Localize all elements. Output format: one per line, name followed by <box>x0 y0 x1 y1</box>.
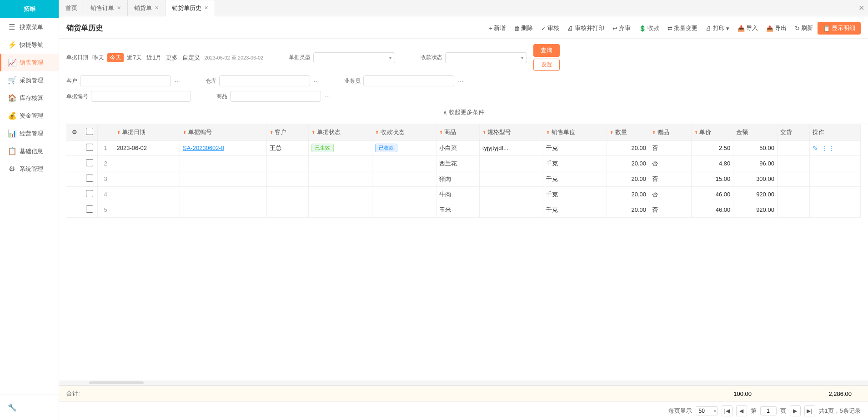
current-page-input[interactable] <box>760 406 777 415</box>
row-checkbox-4[interactable] <box>86 205 93 213</box>
edit-icon-0[interactable]: ✎ <box>813 145 818 152</box>
table-row: 5 玉米 千克 20.00 否 46.00 920.00 <box>66 202 861 218</box>
col-quantity[interactable]: ⬆ 数量 <box>607 124 649 140</box>
col-goods[interactable]: ⬆ 商品 <box>436 124 479 140</box>
col-gift[interactable]: ⬆ 赠品 <box>649 124 692 140</box>
cell-checkbox-2 <box>83 171 97 187</box>
collapse-more-btn[interactable]: ∧ 收起更多条件 <box>66 106 861 118</box>
batch-change-button[interactable]: ⇄ 批量变更 <box>664 22 701 34</box>
sidebar-item-sales-mgmt[interactable]: 📈 销售管理 <box>0 54 59 71</box>
collect-status-select[interactable] <box>445 52 527 63</box>
date-range-display: 2023-06-02 至 2023-06-02 <box>204 55 263 61</box>
show-detail-icon: 📋 <box>823 25 830 32</box>
date-shortcuts: 昨天 今天 近7天 近1月 更多 自定义 <box>91 53 201 62</box>
sidebar-item-basic-info[interactable]: 📋 基础信息 <box>0 142 59 160</box>
cell-sales-unit-4: 千克 <box>543 202 607 218</box>
query-button[interactable]: 查询 <box>533 44 560 57</box>
tab-bar-close[interactable]: ✕ <box>858 4 868 12</box>
tab-home[interactable]: 首页 <box>59 0 84 16</box>
tab-close-sales-order[interactable]: ✕ <box>117 5 121 11</box>
col-unit-price[interactable]: ⬆ 单价 <box>691 124 733 140</box>
goods-more-btn[interactable]: ··· <box>325 93 330 100</box>
cell-goods-0: 小白菜 <box>436 140 479 156</box>
shortcut-1month[interactable]: 近1月 <box>145 53 163 62</box>
cell-transaction-4 <box>777 202 809 218</box>
tab-sales-goods[interactable]: 销货单 ✕ <box>128 0 166 16</box>
doc-no-filter-label: 单据编号 <box>66 93 88 100</box>
sidebar: 拓维 ☰ 搜索菜单 ⚡ 快捷导航 📈 销售管理 🛒 采购管理 🏠 库存核算 💰 … <box>0 0 59 420</box>
audit-button[interactable]: ✓ 审核 <box>537 22 563 34</box>
table-row: 3 猪肉 千克 20.00 否 15.00 300.00 <box>66 171 861 187</box>
tab-sales-history[interactable]: 销货单历史 ✕ <box>166 0 215 17</box>
col-collect-status[interactable]: ⬆ 收款状态 <box>372 124 436 140</box>
col-sales-unit[interactable]: ⬆ 销售单位 <box>543 124 607 140</box>
row-checkbox-0[interactable] <box>86 144 93 151</box>
salesperson-input[interactable] <box>363 75 454 86</box>
shortcut-today[interactable]: 今天 <box>107 53 124 62</box>
shortcut-custom[interactable]: 自定义 <box>181 53 201 62</box>
refresh-button[interactable]: ↻ 刷新 <box>791 22 817 34</box>
import-button[interactable]: 📥 导入 <box>734 22 762 34</box>
cell-actions-1 <box>810 156 861 171</box>
next-page-button[interactable]: ▶ <box>790 405 801 416</box>
horizontal-scrollbar[interactable] <box>59 380 868 385</box>
more-icon-0[interactable]: ⋮⋮ <box>822 145 834 152</box>
page-size-select[interactable]: 20 50 100 <box>696 406 718 415</box>
print-button[interactable]: 🖨 打印 ▾ <box>702 22 733 34</box>
col-doc-no[interactable]: ⬆ 单据编号 <box>180 124 267 140</box>
warehouse-input[interactable] <box>219 75 310 86</box>
sidebar-item-system-mgmt[interactable]: ⚙ 系统管理 <box>0 160 59 178</box>
settings-button[interactable]: 设置 <box>533 59 560 71</box>
shortcut-more[interactable]: 更多 <box>165 53 179 62</box>
select-all-checkbox[interactable] <box>86 128 93 135</box>
shortcut-7days[interactable]: 近7天 <box>125 53 143 62</box>
sidebar-item-label: 基础信息 <box>20 147 43 155</box>
row-checkbox-1[interactable] <box>86 159 93 166</box>
warehouse-more-btn[interactable]: ··· <box>314 77 319 85</box>
sidebar-item-quick-nav[interactable]: ⚡ 快捷导航 <box>0 36 59 54</box>
sidebar-bottom-item1[interactable]: 🔧 <box>0 399 59 416</box>
col-customer[interactable]: ⬆ 客户 <box>266 124 309 140</box>
customer-input[interactable] <box>80 75 171 86</box>
cell-unit-price-0: 2.50 <box>691 140 733 156</box>
collect-status-badge-0: 已收款 <box>375 144 397 152</box>
col-spec-type[interactable]: ⬆ 规格型号 <box>479 124 543 140</box>
tab-close-sales-history[interactable]: ✕ <box>204 5 208 11</box>
tab-close-sales-goods[interactable]: ✕ <box>155 5 159 11</box>
tab-sales-order[interactable]: 销售订单 ✕ <box>84 0 128 16</box>
salesperson-more-btn[interactable]: ··· <box>458 77 463 85</box>
first-page-button[interactable]: |◀ <box>722 405 733 416</box>
sidebar-item-inventory[interactable]: 🏠 库存核算 <box>0 89 59 107</box>
cell-rownum-4: 5 <box>97 202 114 218</box>
show-detail-button[interactable]: 📋 显示明细 <box>818 22 861 35</box>
col-doc-date[interactable]: ⬆ 单据日期 <box>114 124 180 140</box>
export-button[interactable]: 📤 导出 <box>763 22 790 34</box>
sidebar-item-search-menu[interactable]: ☰ 搜索菜单 <box>0 18 59 36</box>
shortcut-yesterday[interactable]: 昨天 <box>91 53 105 62</box>
prev-page-button[interactable]: ◀ <box>736 405 747 416</box>
cell-amount-3: 920.00 <box>733 187 778 202</box>
row-checkbox-2[interactable] <box>86 175 93 182</box>
col-settings[interactable]: ⚙ <box>66 124 83 140</box>
goods-input[interactable] <box>230 91 321 102</box>
cell-actions-4 <box>810 202 861 218</box>
add-button[interactable]: + 新增 <box>485 22 509 34</box>
cell-collect-status-2 <box>372 171 436 187</box>
sidebar-item-finance[interactable]: 💰 资金管理 <box>0 107 59 125</box>
cell-checkbox-3 <box>83 187 97 202</box>
doc-no-input[interactable] <box>91 91 191 102</box>
cell-doc-date-3 <box>114 187 180 202</box>
delete-button[interactable]: 🗑 删除 <box>510 22 537 34</box>
audit-print-button[interactable]: 🖨 审核并打印 <box>564 22 608 34</box>
scrollbar-thumb[interactable] <box>89 381 144 384</box>
col-doc-status[interactable]: ⬆ 单据状态 <box>309 124 372 140</box>
last-page-button[interactable]: ▶| <box>804 405 815 416</box>
sidebar-item-operation[interactable]: 📊 经营管理 <box>0 125 59 142</box>
doc-no-link-0[interactable]: SA-20230602-0 <box>183 145 224 151</box>
doc-type-select[interactable] <box>313 52 395 63</box>
collect-button[interactable]: 💲 收款 <box>635 22 663 34</box>
sidebar-item-purchase-mgmt[interactable]: 🛒 采购管理 <box>0 71 59 89</box>
row-checkbox-3[interactable] <box>86 190 93 197</box>
abandon-button[interactable]: ↩ 弃审 <box>609 22 634 34</box>
customer-more-btn[interactable]: ··· <box>175 77 180 85</box>
